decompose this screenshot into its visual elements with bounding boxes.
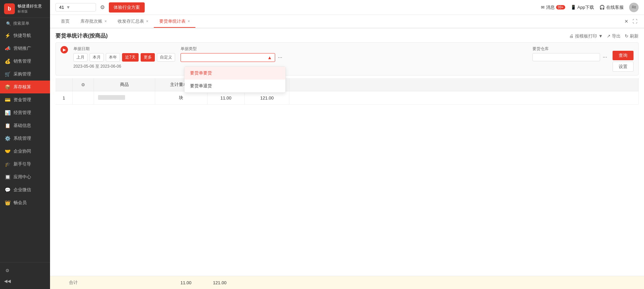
sidebar-item-system[interactable]: ⚙️ 系统管理 [0, 132, 50, 145]
trial-button[interactable]: 体验行业方案 [109, 2, 145, 13]
sidebar-item-finance[interactable]: 💳 资金管理 [0, 93, 50, 106]
sidebar-item-app[interactable]: 🔲 应用中心 [0, 171, 50, 183]
print-label: 按模板打印 [575, 33, 597, 39]
type-input[interactable] [184, 55, 267, 60]
store-name: 41 [59, 5, 64, 10]
export-action[interactable]: ↗ 导出 [607, 33, 621, 39]
sidebar-item-operation[interactable]: 📊 经营管理 [0, 106, 50, 119]
app-download-action[interactable]: 📱 App下载 [571, 4, 594, 10]
warehouse-more-icon[interactable]: ··· [603, 54, 607, 60]
settings-nav-item[interactable]: ⚙ [0, 265, 50, 276]
col-index [55, 78, 72, 91]
sidebar-nav: ⚡ 快捷导航 📣 营销推广 💰 销售管理 🛒 采购管理 📦 库存核算 💳 资金管… [0, 29, 50, 262]
online-service-action[interactable]: 🎧 在线客服 [599, 4, 624, 10]
wechat-icon: 💬 [4, 187, 11, 193]
sidebar-item-wechat[interactable]: 💬 企业微信 [0, 183, 50, 196]
sidebar-item-marketing[interactable]: 📣 营销推广 [0, 42, 50, 55]
app-download-label: App下载 [577, 4, 594, 10]
query-button[interactable]: 查询 [613, 51, 634, 60]
type-dropdown[interactable]: ▲ [181, 53, 275, 62]
sidebar-item-enterprise[interactable]: 🤝 企业协同 [0, 145, 50, 158]
tab-batch[interactable]: 库存批次账 × [75, 16, 112, 28]
custom-btn[interactable]: 自定义 [157, 53, 175, 62]
warehouse-filter-group: 要货仓库 ··· [532, 46, 607, 61]
system-label: 系统管理 [14, 135, 31, 141]
col-gear[interactable]: ⚙ [72, 78, 94, 91]
basic-icon: 📋 [4, 123, 11, 128]
tab-summary[interactable]: 收发存汇总表 × [112, 16, 154, 28]
filter-expand-btn[interactable]: ▶ [61, 46, 68, 53]
tab-order-stats-close[interactable]: × [188, 19, 190, 24]
quick-icon: ⚡ [4, 33, 11, 38]
page-title-bar: 要货单统计表(按商品) 🖨 按模板打印 ▼ ↗ 导出 ↻ 刷新 [50, 28, 644, 42]
last-month-btn[interactable]: 上月 [73, 53, 88, 62]
wechat-label: 企业微信 [14, 187, 31, 193]
sidebar-item-member[interactable]: 👑 畅会员 [0, 196, 50, 209]
page-title: 要货单统计表(按商品) [55, 32, 108, 40]
print-arrow-icon: ▼ [598, 34, 603, 39]
member-icon: 👑 [4, 200, 11, 205]
avatar-text: Rit [632, 5, 636, 9]
type-dropdown-menu: 要货单要货 要货单退货 [184, 66, 286, 93]
filter-more-icon[interactable]: ··· [278, 54, 282, 61]
type-filter-label: 单据类型 [181, 46, 527, 52]
this-year-btn[interactable]: 本年 [106, 53, 120, 62]
tab-close-all-icon[interactable]: ✕ [623, 17, 630, 25]
this-month-btn[interactable]: 本月 [90, 53, 104, 62]
store-arrow-icon: ▼ [66, 5, 70, 10]
table-header-row: ⚙ 商品 主计量单位 主数量 零售金额 [55, 78, 639, 91]
message-icon: ✉ [541, 5, 545, 10]
dropdown-arrow-icon[interactable]: ▲ [267, 55, 272, 60]
user-avatar-action[interactable]: Rit [629, 3, 639, 12]
sidebar-bottom: ⚙ ◀◀ [0, 262, 50, 289]
tab-summary-label: 收发存汇总表 [118, 18, 144, 24]
tab-batch-close[interactable]: × [104, 19, 107, 24]
refresh-action[interactable]: ↻ 刷新 [625, 33, 639, 39]
app-center-icon: 🔲 [4, 174, 11, 180]
page-actions: 🖨 按模板打印 ▼ ↗ 导出 ↻ 刷新 [569, 33, 639, 39]
sales-icon: 💰 [4, 59, 11, 64]
inventory-label: 库存核算 [14, 84, 31, 90]
search-menu[interactable]: 🔍 搜索菜单 [0, 18, 50, 29]
basic-label: 基础信息 [14, 123, 31, 129]
date-filter-label: 单据日期 [73, 46, 175, 52]
finance-label: 资金管理 [14, 97, 31, 103]
cell-unit: 块 [155, 91, 207, 105]
sidebar-item-sales[interactable]: 💰 销售管理 [0, 55, 50, 68]
last7-btn[interactable]: 近7天 [122, 53, 139, 62]
member-label: 畅会员 [14, 200, 27, 206]
date-filter-row: 上月 本月 本年 近7天 更多 自定义 [73, 53, 175, 62]
warehouse-label: 要货仓库 [532, 46, 607, 52]
purchase-icon: 🛒 [4, 71, 11, 77]
guide-label: 新手引导 [14, 161, 31, 167]
dropdown-item-order-delivery[interactable]: 要货单要货 [185, 67, 285, 80]
collapse-nav-item[interactable]: ◀◀ [0, 276, 50, 286]
sidebar-logo: b 畅捷通好生意 标准版 [0, 0, 50, 18]
cell-extra [289, 91, 639, 105]
logo-icon: b [4, 3, 15, 14]
online-service-label: 在线客服 [606, 4, 624, 10]
sidebar-item-inventory[interactable]: 📦 库存核算 [0, 81, 50, 93]
sidebar-item-basic[interactable]: 📋 基础信息 [0, 119, 50, 132]
warehouse-input[interactable] [535, 55, 597, 60]
store-selector[interactable]: 41 ▼ [55, 3, 96, 12]
refresh-label: 刷新 [630, 33, 639, 39]
message-action[interactable]: ✉ 消息 99+ [541, 4, 565, 10]
print-action[interactable]: 🖨 按模板打印 ▼ [569, 33, 603, 39]
settings-button[interactable]: 设置 [613, 62, 634, 72]
header-settings-icon[interactable]: ⚙ [100, 4, 105, 10]
filter-buttons: 查询 设置 [613, 51, 634, 72]
tab-order-stats[interactable]: 要货单统计表 × [154, 16, 195, 28]
sidebar-item-quick[interactable]: ⚡ 快捷导航 [0, 29, 50, 42]
quick-label: 快捷导航 [14, 32, 31, 39]
tab-summary-close[interactable]: × [146, 19, 148, 24]
sidebar-item-guide[interactable]: 🎓 新手引导 [0, 158, 50, 171]
tab-home[interactable]: 首页 [55, 16, 75, 28]
sidebar-item-purchase[interactable]: 🛒 采购管理 [0, 68, 50, 81]
tab-expand-icon[interactable]: ⛶ [631, 17, 639, 25]
date-filter-group: 单据日期 上月 本月 本年 近7天 更多 自定义 2023-05-06 至 20… [73, 46, 175, 69]
more-btn[interactable]: 更多 [141, 53, 155, 62]
filter-bar-inner: 单据日期 上月 本月 本年 近7天 更多 自定义 2023-05-06 至 20… [73, 46, 634, 72]
product-name-placeholder [98, 95, 125, 100]
dropdown-item-order-return[interactable]: 要货单退货 [185, 80, 285, 92]
